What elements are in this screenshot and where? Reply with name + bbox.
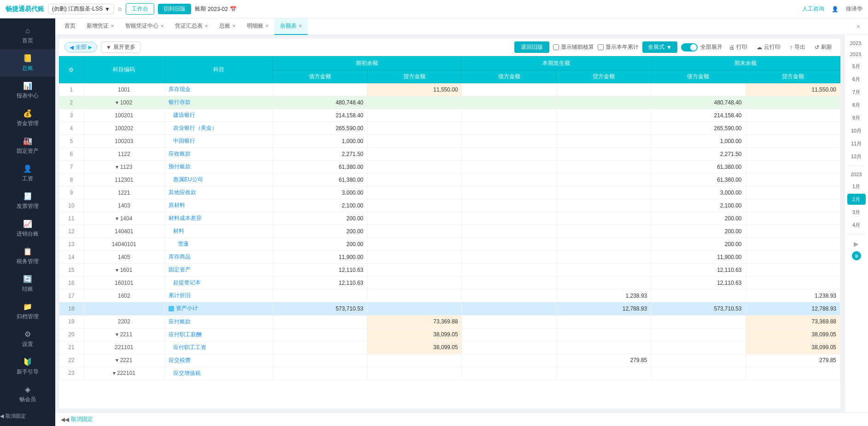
cell-name[interactable]: 银行存款 [164, 96, 273, 109]
cell-name[interactable]: 建设银行 [164, 109, 273, 122]
cell-name[interactable]: 材料成本差异 [164, 212, 273, 225]
cell-name[interactable]: 中国银行 [164, 135, 273, 148]
export-button[interactable]: ↑ 导出 [787, 42, 808, 52]
show-aux-calc-input[interactable] [553, 44, 559, 50]
expand-more-button[interactable]: ▼ 展开更多 [101, 41, 140, 53]
sidebar-item-settlement[interactable]: 🔄 结账 [0, 270, 55, 298]
period-calendar-icon[interactable]: 📅 [230, 6, 237, 12]
tab-add-voucher[interactable]: 新增凭证 ✕ [81, 18, 120, 35]
full-mode-button[interactable]: 全展式 ▼ [642, 41, 677, 53]
right-panel-month-3[interactable]: 3月 [847, 207, 866, 218]
bottom-action-label[interactable]: 取消固定 [71, 415, 93, 423]
tab-home[interactable]: 首页 [59, 18, 81, 35]
right-panel-month-8[interactable]: 8月 [847, 99, 866, 110]
tab-smart-voucher[interactable]: 智能凭证中心 ✕ [120, 18, 169, 35]
right-panel-expand-icon[interactable]: ⊕ [852, 251, 861, 260]
workbench-button[interactable]: 工作台 [126, 3, 154, 15]
cell-name[interactable]: 雪蓬 [164, 238, 273, 251]
tab-smart-voucher-close[interactable]: ✕ [160, 23, 164, 29]
sidebar-item-fixed-assets[interactable]: 🏭 固定资产 [0, 132, 55, 160]
tab-general-ledger[interactable]: 总账 ✕ [214, 18, 241, 35]
refresh-button[interactable]: ↺ 刷新 [812, 42, 835, 52]
tab-detail-ledger-close[interactable]: ✕ [265, 23, 269, 29]
right-panel-month-6[interactable]: 6月 [847, 74, 866, 85]
tab-voucher-summary-close[interactable]: ✕ [204, 23, 208, 29]
right-panel-year-top: 2023. [849, 39, 864, 48]
cell-index: 11 [59, 212, 84, 225]
show-aux-calc-checkbox[interactable]: 显示辅助核算 [553, 43, 594, 51]
return-old-button[interactable]: 退回旧版 [514, 41, 549, 53]
right-panel-month-2[interactable]: 2月 [847, 194, 866, 205]
switch-button[interactable]: 切到旧版 [158, 4, 191, 14]
cell-name[interactable]: 库存现金 [164, 83, 273, 96]
cell-name[interactable]: 起提签记本 [164, 276, 273, 289]
sidebar-item-guide[interactable]: 🔰 新手引导 [0, 353, 55, 380]
cell-amount-5 [746, 367, 840, 380]
cell-name[interactable]: 应交增值税 [164, 367, 273, 380]
consultation-link[interactable]: 人工咨询 [802, 5, 824, 13]
sidebar-item-member[interactable]: ◈ 畅会员 [0, 380, 55, 408]
show-year-accum-checkbox[interactable]: 显示本年累计 [598, 43, 639, 51]
sidebar-item-capital[interactable]: 💰 资金管理 [0, 104, 55, 132]
cell-amount-5 [746, 173, 840, 186]
cell-amount-3 [556, 135, 651, 148]
cell-name[interactable]: 累计折旧 [164, 289, 273, 302]
cell-name[interactable]: 应付职工薪酬 [164, 328, 273, 341]
cell-name[interactable]: 应付账款 [164, 315, 273, 328]
right-panel-month-7[interactable]: 7月 [847, 86, 866, 98]
company-selector[interactable]: (勿删) 江西股圣-LSS ▼ [48, 4, 114, 14]
right-panel-month-4[interactable]: 4月 [847, 219, 866, 230]
right-panel-month-10[interactable]: 10月 [847, 125, 866, 136]
tab-voucher-summary[interactable]: 凭证汇总表 ✕ [169, 18, 214, 35]
th-code: 科目编码 [83, 57, 164, 83]
sidebar-item-general-ledger[interactable]: 📒 总账 [0, 49, 55, 77]
cell-name[interactable]: 预付账款 [164, 161, 273, 173]
sidebar-item-home[interactable]: ⌂ 首页 [0, 22, 55, 49]
cell-name[interactable]: 固定资产 [164, 264, 273, 276]
cell-name[interactable]: 惠属EU公司 [164, 173, 273, 186]
right-panel-month-1[interactable]: 1月 [847, 181, 866, 192]
cell-name[interactable]: 应收账款 [164, 148, 273, 161]
close-all-icon[interactable]: ✕ [852, 23, 864, 30]
toggle-expand-all[interactable]: 全部展开 [681, 43, 722, 52]
sidebar-item-salary[interactable]: 👤 工资 [0, 160, 55, 187]
tab-detail-ledger[interactable]: 明细账 ✕ [241, 18, 274, 35]
print-button[interactable]: 🖨 打印 [726, 42, 750, 52]
right-panel-month-11[interactable]: 11月 [847, 138, 866, 149]
th-period-open: 期初余额 [273, 57, 462, 70]
cell-name[interactable]: 材料 [164, 225, 273, 238]
sidebar-item-sales[interactable]: 📈 进销台账 [0, 215, 55, 242]
right-panel-month-9[interactable]: 9月 [847, 112, 866, 123]
sidebar-item-archive[interactable]: 📁 归档管理 [0, 298, 55, 325]
cell-name[interactable]: 其他应收款 [164, 186, 273, 199]
toggle-track[interactable] [681, 43, 698, 52]
cell-name[interactable]: 资产小计 [164, 302, 273, 316]
cell-amount-0: 1,000.00 [273, 135, 367, 148]
cell-name[interactable]: 农业银行（美金） [164, 122, 273, 135]
show-year-accum-input[interactable] [598, 44, 604, 50]
user-avatar[interactable]: 👤 [832, 6, 839, 12]
cell-name[interactable]: 应交税费 [164, 354, 273, 367]
tab-general-ledger-close[interactable]: ✕ [232, 23, 236, 29]
breadcrumb[interactable]: ◀ 全部 ▶ [64, 42, 97, 52]
cell-name[interactable]: 原材料 [164, 199, 273, 212]
table-row: 192202应付账款73,369.8873,369.88 [59, 315, 840, 328]
table-row: 11▾ 1404材料成本差异200.00200.00 [59, 212, 840, 225]
tab-add-voucher-close[interactable]: ✕ [111, 23, 114, 29]
sidebar-item-tax[interactable]: 📋 税务管理 [0, 242, 55, 270]
cell-name[interactable]: 库存商品 [164, 251, 273, 264]
right-panel-month-12[interactable]: 12月 [847, 151, 866, 162]
cloud-print-button[interactable]: ☁ 云打印 [754, 42, 783, 52]
sidebar-item-reports[interactable]: 📊 报表中心 [0, 77, 55, 104]
tab-balance-sheet-close[interactable]: ✕ [298, 23, 302, 29]
right-panel-month-5[interactable]: 5月 [847, 61, 866, 72]
copy-icon[interactable]: ⧉ [118, 6, 122, 12]
cell-amount-0 [273, 83, 367, 96]
right-panel-toggle-icon[interactable]: ▶ [852, 238, 861, 249]
sidebar-item-invoice[interactable]: 🧾 发票管理 [0, 187, 55, 215]
sidebar-item-settings[interactable]: ⚙ 设置 [0, 325, 55, 353]
sidebar-unpin[interactable]: ◀ 取消固定 [0, 408, 55, 424]
th-settings[interactable]: ⚙ [59, 57, 84, 83]
tab-balance-sheet[interactable]: 余额表 ✕ [274, 18, 308, 35]
cell-name[interactable]: 应付职工工资 [164, 341, 273, 354]
